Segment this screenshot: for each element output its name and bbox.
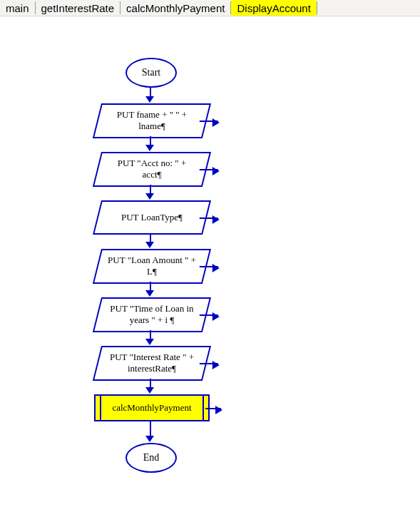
flow-output-4[interactable]: PUT "Loan Amount " + L¶ xyxy=(93,249,211,284)
arrow-down-icon xyxy=(145,96,154,103)
flow-output-4-text: PUT "Loan Amount " + L¶ xyxy=(98,250,205,282)
output-arrow-icon xyxy=(200,314,218,316)
flow-output-3-text: PUT LoanType¶ xyxy=(98,202,205,233)
tab-main[interactable]: main xyxy=(0,0,35,16)
tab-displayaccount[interactable]: DisplayAccount xyxy=(231,0,316,16)
flow-output-2[interactable]: PUT "Acct no: " + acct¶ xyxy=(93,152,211,187)
arrow-down-icon xyxy=(145,339,154,345)
flow-output-6-text: PUT "Interest Rate " + interestRate¶ xyxy=(98,347,205,379)
arrow-down-icon xyxy=(145,436,154,442)
flow-output-1[interactable]: PUT fname + " " + lname¶ xyxy=(93,103,211,138)
connector xyxy=(150,421,151,437)
flow-start-label: Start xyxy=(142,67,160,78)
tab-bar: main getInterestRate calcMonthlyPayment … xyxy=(0,0,420,16)
output-arrow-icon xyxy=(200,121,218,122)
flow-output-5-text: PUT "Time of Loan in years " + i ¶ xyxy=(98,299,205,331)
output-arrow-icon xyxy=(200,363,218,364)
subroutine-stripe-icon xyxy=(100,396,101,420)
arrow-down-icon xyxy=(145,193,154,200)
flow-output-3[interactable]: PUT LoanType¶ xyxy=(93,200,211,235)
output-arrow-icon xyxy=(200,266,218,267)
flow-output-2-text: PUT "Acct no: " + acct¶ xyxy=(98,153,205,185)
flow-subroutine-call[interactable]: calcMonthlyPayment xyxy=(94,394,210,421)
arrow-down-icon xyxy=(145,387,154,394)
flow-end[interactable]: End xyxy=(126,443,177,473)
flow-output-6[interactable]: PUT "Interest Rate " + interestRate¶ xyxy=(93,346,211,381)
output-arrow-icon xyxy=(205,408,221,409)
output-arrow-icon xyxy=(200,217,218,219)
tab-calcmonthlypayment[interactable]: calcMonthlyPayment xyxy=(121,0,230,16)
flow-start[interactable]: Start xyxy=(126,58,177,88)
subroutine-stripe-icon xyxy=(203,396,204,420)
output-arrow-icon xyxy=(200,169,218,170)
flow-subroutine-label: calcMonthlyPayment xyxy=(96,396,208,420)
arrow-down-icon xyxy=(145,145,154,151)
flow-end-label: End xyxy=(143,452,160,464)
arrow-down-icon xyxy=(145,290,154,297)
flow-output-5[interactable]: PUT "Time of Loan in years " + i ¶ xyxy=(93,297,211,332)
tab-getinterestrate[interactable]: getInterestRate xyxy=(36,0,121,16)
flowchart: Start PUT fname + " " + lname¶ PUT "Acct… xyxy=(0,16,420,507)
flow-output-1-text: PUT fname + " " + lname¶ xyxy=(98,105,205,137)
arrow-down-icon xyxy=(145,242,154,248)
tab-separator xyxy=(317,1,317,14)
